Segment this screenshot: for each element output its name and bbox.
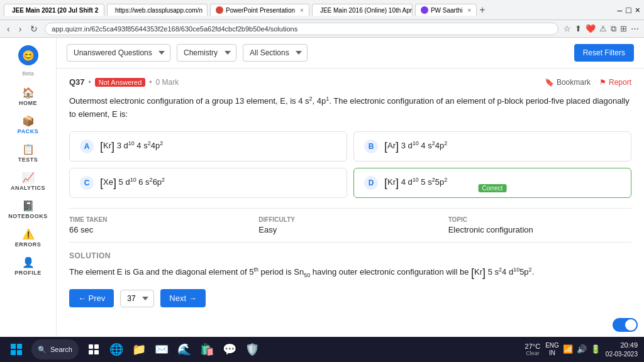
tab-1[interactable]: JEE Main 2021 (20 Jul Shift 2 × (4, 4, 104, 16)
option-d[interactable]: D [Kr] 4 d10 5 s25p2 Correct (353, 168, 631, 198)
option-c[interactable]: C [Xe] 5 d10 6 s26p2 (69, 168, 347, 198)
sidebar-item-analytics[interactable]: 📈 ANALYTICS (3, 168, 53, 195)
beta-label: Beta (22, 70, 34, 77)
page-select[interactable]: 37 (120, 290, 154, 307)
info-section: TIME TAKEN 66 sec DIFFICULTY Easy TOPIC … (69, 208, 631, 243)
question-meta: Q37 • Not Answered • 0 Mark 🔖 Bookmark ⚑… (69, 77, 631, 87)
option-b-text: [Ar] 3 d10 4 s24p2 (384, 140, 447, 152)
content-area: Unanswered Questions Chemistry All Secti… (57, 38, 644, 336)
home-icon: 🏠 (22, 87, 35, 99)
close-tab-5[interactable]: × (468, 7, 472, 14)
settings-icon[interactable]: ⋯ (631, 24, 639, 33)
sidebar-item-packs[interactable]: 📦 PACKS (3, 111, 53, 138)
app-container: 😊 Beta 🏠 HOME 📦 PACKS 📋 TESTS 📈 ANALYTIC… (0, 38, 644, 336)
window-icon[interactable]: ⧉ (611, 24, 616, 34)
prev-button[interactable]: ← Prev (69, 289, 114, 307)
filter-subject[interactable]: Chemistry (177, 44, 236, 62)
tests-icon: 📋 (22, 143, 35, 155)
close-tab-1[interactable]: × (103, 7, 104, 14)
time-taken-label: TIME TAKEN (69, 216, 252, 223)
tab-4[interactable]: JEE Main 2016 (Online) 10th Apr × (312, 4, 413, 16)
option-c-text: [Xe] 5 d10 6 s26p2 (100, 177, 165, 189)
errors-icon: ⚠️ (22, 228, 35, 240)
solution-text: The element E is Ga and the diagonal ele… (69, 265, 631, 280)
url-display[interactable]: app.quizrr.in/62c5ca493f85644353f2e168/6… (45, 23, 558, 35)
close-button[interactable]: × (635, 5, 640, 15)
options-grid: A [Kr] 3 d10 4 s24p2 B [Ar] 3 d10 4 s24p… (69, 131, 631, 198)
share-icon[interactable]: ⬆ (575, 24, 582, 33)
maximize-button[interactable]: □ (626, 5, 631, 15)
logo-icon: 😊 (18, 45, 38, 65)
notebooks-icon: 📓 (22, 200, 35, 212)
correct-badge: Correct (479, 184, 507, 192)
option-d-label: D (364, 176, 378, 190)
new-tab-button[interactable]: + (479, 4, 485, 16)
mark-label: 0 Mark (155, 78, 179, 87)
time-taken-block: TIME TAKEN 66 sec (69, 216, 252, 234)
option-b[interactable]: B [Ar] 3 d10 4 s24p2 (353, 131, 631, 162)
sidebar-item-tests[interactable]: 📋 TESTS (3, 140, 53, 167)
topic-block: TOPIC Electronic configuration (448, 216, 631, 234)
toggle-knob (625, 319, 636, 331)
back-button[interactable]: ‹ (5, 24, 12, 34)
filter-bar: Unanswered Questions Chemistry All Secti… (57, 38, 644, 69)
browser-tabs: JEE Main 2021 (20 Jul Shift 2 × https://… (0, 0, 644, 20)
tab-2[interactable]: https://web.classplusapp.com/n × (107, 4, 208, 16)
difficulty-block: DIFFICULTY Easy (258, 216, 441, 234)
option-b-label: B (364, 140, 378, 153)
address-bar: ‹ › ↻ app.quizrr.in/62c5ca493f85644353f2… (0, 20, 644, 38)
warning-icon: ⚠ (599, 24, 607, 33)
tab-3[interactable]: PowerPoint Presentation × (210, 4, 309, 16)
option-c-label: C (80, 176, 94, 190)
difficulty-label: DIFFICULTY (258, 216, 441, 223)
bookmark-button[interactable]: 🔖 Bookmark (545, 78, 591, 87)
sidebar: 😊 Beta 🏠 HOME 📦 PACKS 📋 TESTS 📈 ANALYTIC… (0, 38, 57, 336)
next-button[interactable]: Next → (160, 289, 205, 307)
solution-title: SOLUTION (69, 251, 631, 260)
question-container: Q37 • Not Answered • 0 Mark 🔖 Bookmark ⚑… (57, 69, 644, 316)
question-text: Outermost electronic configuration of a … (69, 94, 631, 121)
report-icon: ⚑ (599, 78, 606, 87)
question-status: Q37 • Not Answered • 0 Mark (69, 77, 179, 87)
not-answered-badge: Not Answered (95, 78, 145, 87)
profile-icon: 👤 (22, 256, 35, 268)
split-icon[interactable]: ⊞ (620, 24, 627, 33)
option-a[interactable]: A [Kr] 3 d10 4 s24p2 (69, 131, 347, 162)
filter-unanswered[interactable]: Unanswered Questions (67, 44, 170, 62)
forward-button[interactable]: › (17, 24, 24, 34)
analytics-icon: 📈 (22, 172, 35, 184)
close-tab-3[interactable]: × (300, 7, 304, 14)
reset-filters-button[interactable]: Reset Filters (574, 44, 634, 62)
solution-section: SOLUTION The element E is Ga and the dia… (69, 251, 631, 280)
option-d-text: [Kr] 4 d10 5 s25p2 (384, 177, 447, 189)
question-number: Q37 (69, 77, 85, 87)
question-actions: 🔖 Bookmark ⚑ Report (545, 78, 631, 87)
bookmark-icon: 🔖 (545, 78, 554, 87)
sidebar-item-errors[interactable]: ⚠️ ERRORS (3, 224, 53, 251)
difficulty-value: Easy (258, 225, 441, 234)
tab-5[interactable]: PW Saarthi × (415, 4, 477, 16)
sidebar-item-profile[interactable]: 👤 PROFILE (3, 253, 53, 280)
toggle-switch[interactable] (613, 318, 638, 332)
logo: 😊 (17, 44, 40, 67)
packs-icon: 📦 (22, 115, 35, 127)
sidebar-item-notebooks[interactable]: 📓 NOTEBOOKS (3, 196, 53, 223)
filter-section[interactable]: All Sections (243, 44, 308, 62)
option-a-label: A (80, 140, 94, 153)
report-button[interactable]: ⚑ Report (599, 78, 631, 87)
bookmark-star-icon[interactable]: ☆ (564, 24, 571, 33)
option-a-text: [Kr] 3 d10 4 s24p2 (100, 140, 163, 152)
topic-value: Electronic configuration (448, 225, 631, 234)
time-taken-value: 66 sec (69, 225, 252, 234)
navigation-section: ← Prev 37 Next → (69, 289, 631, 307)
topic-label: TOPIC (448, 216, 631, 223)
minimize-button[interactable]: – (618, 5, 623, 15)
sidebar-item-home[interactable]: 🏠 HOME (3, 83, 53, 110)
extension-icon: ❤️ (586, 24, 596, 33)
reload-button[interactable]: ↻ (28, 24, 40, 34)
